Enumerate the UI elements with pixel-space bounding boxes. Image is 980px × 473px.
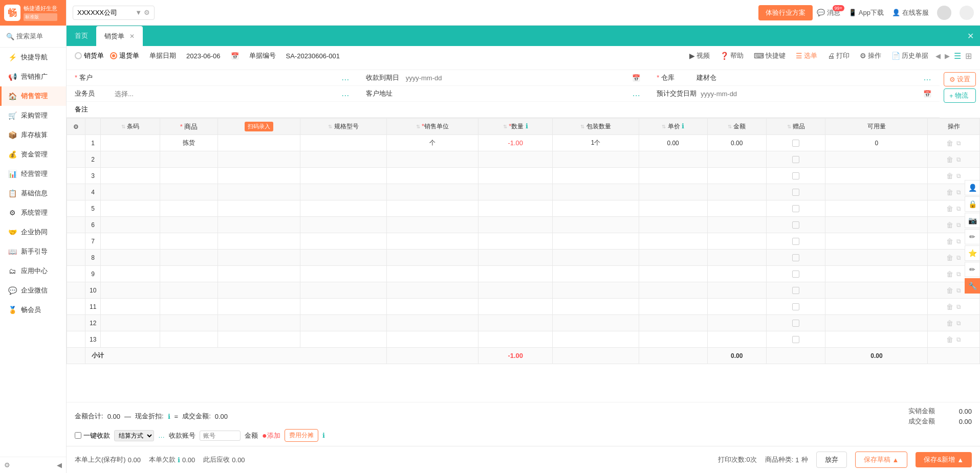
expense-btn[interactable]: 费用分摊: [285, 429, 318, 442]
delete-icon-12[interactable]: 🗑: [946, 319, 953, 327]
owe-label[interactable]: 本单欠款: [149, 455, 176, 464]
gift-checkbox-1[interactable]: [792, 140, 799, 147]
sidebar-search-area[interactable]: 🔍 搜索菜单: [0, 26, 66, 48]
sidebar-settings-icon[interactable]: ⚙: [4, 461, 10, 469]
discard-btn[interactable]: 放弃: [816, 452, 847, 468]
cash-discount-info-icon[interactable]: ℹ: [168, 413, 170, 420]
grid-view-icon[interactable]: ⊞: [965, 51, 972, 61]
copy-icon-5[interactable]: ⧉: [956, 205, 961, 212]
copy-icon-6[interactable]: ⧉: [956, 221, 961, 229]
toolbar-select[interactable]: ☰选单: [793, 50, 820, 61]
owe-info-icon[interactable]: ℹ: [178, 456, 180, 464]
company-selector[interactable]: XXXXXX公司 ▼ ⚙: [73, 6, 155, 20]
delete-icon-10[interactable]: 🗑: [946, 286, 953, 295]
right-panel-lock[interactable]: 🔒: [965, 196, 980, 212]
add-payment-btn[interactable]: ● 添加: [262, 431, 280, 440]
right-panel-camera[interactable]: 📷: [965, 213, 980, 228]
toolbar-video[interactable]: ▶视频: [686, 50, 713, 61]
gift-checkbox-13[interactable]: [792, 336, 799, 343]
row1-spec[interactable]: [300, 135, 386, 151]
delete-icon-3[interactable]: 🗑: [946, 172, 953, 180]
gift-checkbox-8[interactable]: [792, 254, 799, 261]
gift-checkbox-12[interactable]: [792, 320, 799, 327]
expected-date-input[interactable]: [701, 90, 919, 98]
account-input[interactable]: [200, 431, 241, 441]
copy-icon-3[interactable]: ⧉: [956, 172, 961, 179]
company-settings-icon[interactable]: ⚙: [144, 9, 150, 16]
sidebar-item-member[interactable]: 🏅 畅会员: [0, 300, 66, 320]
delete-icon-9[interactable]: 🗑: [946, 270, 953, 278]
app-download-btn[interactable]: 📱 App下载: [848, 8, 884, 17]
toolbar-print[interactable]: 🖨打印: [824, 50, 853, 61]
copy-icon-8[interactable]: ⧉: [956, 254, 961, 261]
copy-icon-10[interactable]: ⧉: [956, 287, 961, 294]
radio-sale[interactable]: 销货单: [75, 51, 104, 60]
save-new-btn[interactable]: 保存&新增 ▲: [916, 452, 972, 467]
toolbar-history[interactable]: 📄历史单据: [888, 50, 931, 61]
message-btn[interactable]: 💬 消息 99+: [817, 8, 840, 17]
scan-btn[interactable]: 扫码录入: [245, 122, 273, 131]
delete-icon-1[interactable]: 🗑: [946, 139, 953, 147]
right-panel-pencil[interactable]: ✏: [965, 262, 980, 277]
settle-method-select[interactable]: 结算方式: [114, 430, 154, 441]
customer-addr-input[interactable]: [406, 90, 628, 98]
online-service-btn[interactable]: 👤 在线客服: [892, 8, 929, 17]
sidebar-item-shortcut[interactable]: ⚡ 快捷导航: [0, 48, 66, 67]
sidebar-item-app[interactable]: 🗂 应用中心: [0, 261, 66, 281]
tab-close-icon[interactable]: ✕: [129, 33, 135, 40]
addr-more-icon[interactable]: …: [632, 89, 640, 98]
one-click-cb[interactable]: [75, 432, 81, 439]
save-new-dropdown-icon[interactable]: ▲: [957, 456, 964, 464]
row1-price[interactable]: 0.00: [639, 135, 707, 151]
list-view-icon[interactable]: ☰: [954, 51, 961, 61]
gift-checkbox-6[interactable]: [792, 221, 799, 229]
copy-icon-13[interactable]: ⧉: [956, 336, 961, 343]
right-panel-star[interactable]: ⭐: [965, 245, 980, 261]
trial-btn[interactable]: 体验行业方案: [758, 5, 813, 20]
gift-checkbox-9[interactable]: [792, 271, 799, 278]
delete-icon-4[interactable]: 🗑: [946, 188, 953, 196]
sidebar-item-sales[interactable]: 🏠 销售管理: [0, 86, 66, 106]
save-draft-btn[interactable]: 保存草稿 ▲: [855, 452, 908, 468]
date-picker-icon[interactable]: 📅: [231, 52, 239, 60]
sidebar-item-marketing[interactable]: 📢 营销推广: [0, 67, 66, 86]
gift-checkbox-2[interactable]: [792, 156, 799, 163]
sidebar-item-newbie[interactable]: 📖 新手引导: [0, 242, 66, 261]
logistics-btn[interactable]: + 物流: [944, 88, 976, 103]
right-panel-user[interactable]: 👤: [965, 180, 980, 195]
gift-checkbox-4[interactable]: [792, 189, 799, 196]
salesman-input[interactable]: [115, 90, 337, 98]
gift-checkbox-3[interactable]: [792, 172, 799, 179]
delete-icon-7[interactable]: 🗑: [946, 237, 953, 245]
gift-checkbox-7[interactable]: [792, 238, 799, 245]
remark-input[interactable]: [92, 106, 931, 114]
copy-icon-2[interactable]: ⧉: [956, 156, 961, 163]
th-settings[interactable]: ⚙: [67, 119, 85, 135]
row1-qty[interactable]: -1.00: [478, 135, 553, 151]
right-panel-edit[interactable]: ✏: [965, 229, 980, 244]
right-panel-orange[interactable]: 🔧: [965, 278, 980, 294]
settle-method-dots[interactable]: …: [158, 432, 165, 439]
copy-icon-9[interactable]: ⧉: [956, 271, 961, 278]
sidebar-item-base[interactable]: 📋 基础信息: [0, 184, 66, 203]
delete-icon-11[interactable]: 🗑: [946, 303, 953, 311]
tab-sales-order[interactable]: 销货单 ✕: [96, 26, 143, 47]
copy-icon-4[interactable]: ⧉: [956, 189, 961, 196]
sidebar-item-inventory[interactable]: 📦 库存核算: [0, 125, 66, 145]
th-scan[interactable]: 扫码录入: [218, 119, 300, 135]
delete-icon-13[interactable]: 🗑: [946, 335, 953, 344]
one-click-payment-checkbox[interactable]: 一键收款: [75, 431, 110, 440]
search-menu-button[interactable]: 🔍 搜索菜单: [4, 30, 62, 43]
row1-barcode[interactable]: [101, 135, 160, 151]
sidebar-item-collab[interactable]: 🤝 企业协同: [0, 222, 66, 242]
user-avatar2[interactable]: [960, 6, 974, 20]
sidebar-item-system[interactable]: ⚙ 系统管理: [0, 203, 66, 222]
customer-more-icon[interactable]: …: [341, 73, 350, 82]
sidebar-item-wechat[interactable]: 💬 企业微信: [0, 281, 66, 300]
delete-icon-2[interactable]: 🗑: [946, 155, 953, 164]
delete-icon-8[interactable]: 🗑: [946, 254, 953, 262]
toolbar-help[interactable]: ❓帮助: [717, 50, 747, 61]
salesman-more-icon[interactable]: …: [341, 89, 350, 98]
customer-input[interactable]: [115, 74, 337, 82]
due-date-cal-icon[interactable]: 📅: [632, 74, 640, 82]
